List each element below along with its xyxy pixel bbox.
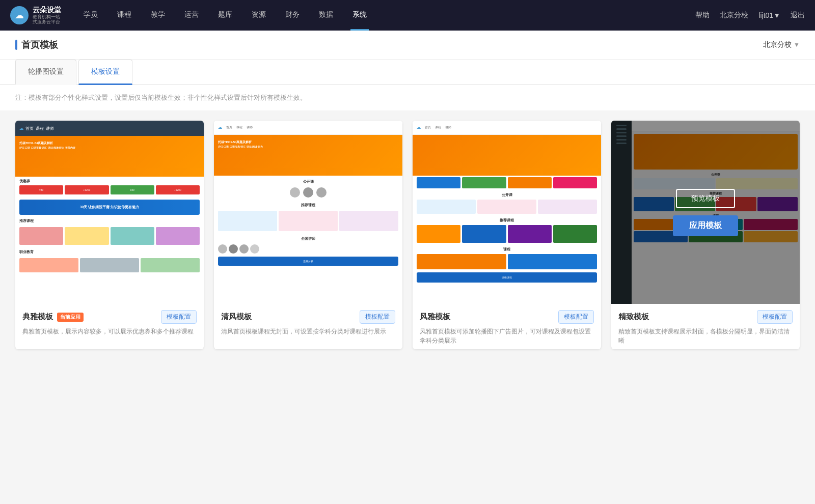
navbar: ☁ 云朵设堂 教育机构一站 式服务云平台 学员 课程 教学 运营 题库 资源 财… (0, 0, 815, 31)
config-button-1[interactable]: 模板配置 (161, 310, 197, 324)
template-footer-2: 清风模板 模板配置 清风首页模板课程无封面，可设置按学科分类对课程进行展示 (214, 304, 402, 340)
template-footer-1: 典雅模板 当前应用 模板配置 典雅首页模板，展示内容较多，可以展示优惠券和多个推… (15, 304, 204, 340)
current-badge-1: 当前应用 (57, 313, 84, 322)
branch-selector[interactable]: 北京分校 ▼ (763, 40, 800, 49)
apply-button-4[interactable]: 应用模板 (673, 215, 738, 236)
logo-text: 云朵设堂 教育机构一站 式服务云平台 (33, 6, 61, 25)
template-title-1: 典雅模板 当前应用 (22, 312, 84, 322)
config-button-3[interactable]: 模板配置 (558, 310, 594, 324)
logo-icon: ☁ (10, 6, 29, 24)
nav-questions[interactable]: 题库 (216, 0, 234, 31)
nav-students[interactable]: 学员 (82, 0, 100, 31)
nav-system[interactable]: 系统 (350, 0, 369, 31)
template-footer-4: 精致模板 模板配置 精致首页模板支持课程展示封面，各模板分隔明显，界面简洁清晰 (611, 304, 800, 349)
nav-resources[interactable]: 资源 (250, 0, 268, 31)
template-preview-4[interactable]: 公开课 推荐课程 课程 (611, 121, 800, 304)
template-footer-3: 风雅模板 模板配置 风雅首页模板可添加轮播图下广告图片，可对课程及课程包设置学科… (413, 304, 601, 349)
navbar-right: 帮助 北京分校 lijt01▼ 退出 (695, 11, 805, 20)
template-title-3: 风雅模板 (420, 312, 450, 322)
template-card-4: 公开课 推荐课程 课程 (611, 121, 800, 349)
nav-teaching[interactable]: 教学 (149, 0, 167, 31)
config-button-4[interactable]: 模板配置 (757, 310, 793, 324)
tabs: 轮播图设置 模板设置 (15, 60, 800, 85)
user-menu[interactable]: lijt01▼ (758, 11, 780, 19)
page-header: 首页模板 北京分校 ▼ (0, 31, 815, 60)
template-preview-2[interactable]: ☁ 首页课程讲师 托福TPO1-54真题及解析 沪江·口语 口语宝典·词汇·语法… (214, 121, 402, 304)
config-button-2[interactable]: 模板配置 (360, 310, 395, 324)
help-link[interactable]: 帮助 (695, 11, 710, 20)
template-card-3: ☁ 首页课程讲师 公开课 (413, 121, 601, 349)
content-area: ☁ 首页课程讲师 托福TPO1-54真题及解析 沪江·口语 口语宝典·词汇·语法… (0, 110, 815, 365)
template-preview-1[interactable]: ☁ 首页课程讲师 托福TPO1-54真题及解析 沪江·口语 口语宝典·词汇·语法… (15, 121, 204, 304)
branch-link[interactable]: 北京分校 (720, 11, 748, 20)
nav-courses[interactable]: 课程 (115, 0, 133, 31)
preview-button-4[interactable]: 预览模板 (676, 189, 735, 208)
tab-template[interactable]: 模板设置 (78, 60, 132, 85)
template-card-1: ☁ 首页课程讲师 托福TPO1-54真题及解析 沪江·口语 口语宝典·词汇·语法… (15, 121, 204, 349)
template-preview-3[interactable]: ☁ 首页课程讲师 公开课 (413, 121, 601, 304)
nav-menu: 学员 课程 教学 运营 题库 资源 财务 数据 系统 (82, 0, 695, 31)
nav-operations[interactable]: 运营 (182, 0, 201, 31)
tabs-container: 轮播图设置 模板设置 (0, 60, 815, 85)
template-title-2: 清风模板 (221, 312, 252, 322)
note-text: 注：模板有部分个性化样式设置，设置后仅当前模板生效；非个性化样式设置后针对所有模… (0, 85, 815, 110)
nav-finance[interactable]: 财务 (283, 0, 302, 31)
template-desc-2: 清风首页模板课程无封面，可设置按学科分类对课程进行展示 (221, 327, 395, 336)
template-desc-3: 风雅首页模板可添加轮播图下广告图片，可对课程及课程包设置学科分类展示 (420, 327, 594, 345)
templates-grid: ☁ 首页课程讲师 托福TPO1-54真题及解析 沪江·口语 口语宝典·词汇·语法… (15, 121, 800, 349)
template-desc-4: 精致首页模板支持课程展示封面，各模板分隔明显，界面简洁清晰 (618, 327, 793, 345)
branch-dropdown-arrow: ▼ (794, 41, 800, 48)
template-title-4: 精致模板 (618, 312, 649, 322)
template-overlay-4: 预览模板 应用模板 (611, 121, 800, 304)
nav-data[interactable]: 数据 (317, 0, 335, 31)
template-card-2: ☁ 首页课程讲师 托福TPO1-54真题及解析 沪江·口语 口语宝典·词汇·语法… (214, 121, 402, 349)
logo: ☁ 云朵设堂 教育机构一站 式服务云平台 (10, 6, 61, 25)
template-desc-1: 典雅首页模板，展示内容较多，可以展示优惠券和多个推荐课程 (22, 327, 197, 336)
tab-carousel[interactable]: 轮播图设置 (15, 60, 76, 85)
page-title: 首页模板 (15, 39, 58, 51)
logout-button[interactable]: 退出 (791, 11, 805, 20)
